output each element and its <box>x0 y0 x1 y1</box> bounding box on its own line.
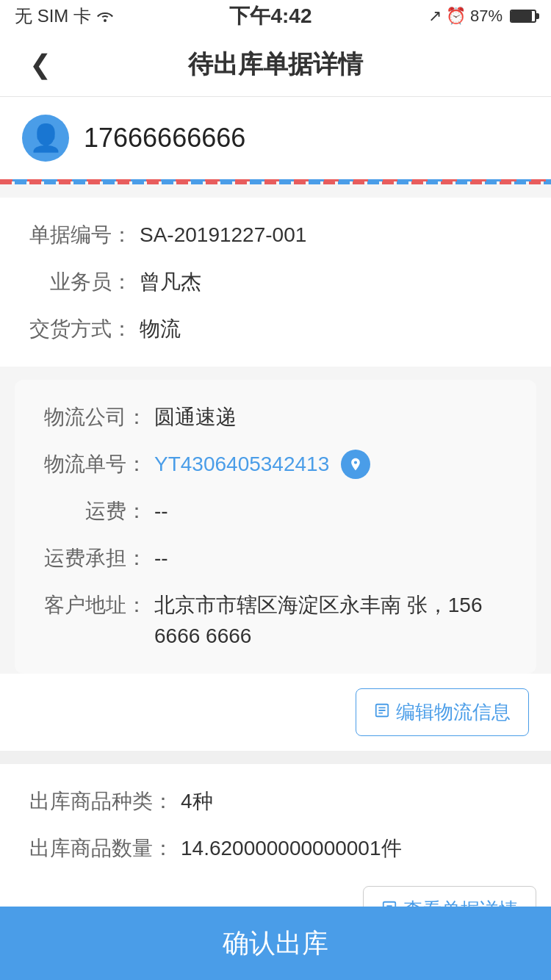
section-divider <box>0 751 551 764</box>
status-bar: 无 SIM 卡 下午4:42 ↗ ⏰ 87% <box>0 0 551 32</box>
document-number-row: 单据编号： SA-20191227-001 <box>29 220 522 251</box>
dashed-divider <box>0 181 551 184</box>
confirm-button[interactable]: 确认出库 <box>0 907 551 980</box>
alarm-icon: ⏰ <box>446 7 466 26</box>
confirm-label: 确认出库 <box>223 928 328 958</box>
logistics-company-value: 圆通速递 <box>154 402 507 433</box>
salesman-row: 业务员： 曾凡杰 <box>29 267 522 298</box>
goods-type-row: 出库商品种类： 4种 <box>29 786 522 817</box>
goods-section: 出库商品种类： 4种 出库商品数量： 14.620000000000001件 <box>0 764 551 886</box>
freight-bear-row: 运费承担： -- <box>44 543 507 574</box>
location-icon: ↗ <box>428 7 442 26</box>
battery-icon <box>510 10 536 23</box>
page-title: 待出库单据详情 <box>188 48 363 82</box>
document-number-value: SA-20191227-001 <box>140 220 522 251</box>
address-value: 北京市市辖区海淀区永丰南 张，156 6666 6666 <box>154 590 507 652</box>
edit-icon <box>374 701 390 724</box>
goods-quantity-value: 14.620000000000001件 <box>181 833 522 864</box>
delivery-row: 交货方式： 物流 <box>29 314 522 345</box>
nav-bar: ❮ 待出库单据详情 <box>0 32 551 97</box>
freight-bear-value: -- <box>154 543 507 574</box>
avatar-icon: 👤 <box>29 123 62 154</box>
goods-quantity-label: 出库商品数量： <box>29 833 173 864</box>
back-button[interactable]: ❮ <box>22 42 59 87</box>
salesman-label: 业务员： <box>29 267 132 298</box>
goods-type-label: 出库商品种类： <box>29 786 173 817</box>
logistics-tracking-label: 物流单号： <box>44 449 147 480</box>
logistics-company-row: 物流公司： 圆通速递 <box>44 402 507 433</box>
status-right: ↗ ⏰ 87% <box>428 7 536 26</box>
carrier-label: 无 SIM 卡 <box>15 4 91 28</box>
logistics-company-label: 物流公司： <box>44 402 147 433</box>
logistics-tracking-value: YT4306405342413 <box>154 449 329 480</box>
salesman-value: 曾凡杰 <box>140 267 522 298</box>
freight-bear-label: 运费承担： <box>44 543 147 574</box>
address-row: 客户地址： 北京市市辖区海淀区永丰南 张，156 6666 6666 <box>44 590 507 652</box>
tracking-value-container: YT4306405342413 <box>147 449 370 480</box>
customer-header: 👤 17666666666 <box>0 97 551 181</box>
customer-phone: 17666666666 <box>84 123 245 154</box>
wifi-icon <box>97 6 113 26</box>
goods-quantity-row: 出库商品数量： 14.620000000000001件 <box>29 833 522 864</box>
goods-type-value: 4种 <box>181 786 522 817</box>
freight-row: 运费： -- <box>44 496 507 527</box>
logistics-tracking-row: 物流单号： YT4306405342413 <box>44 449 507 480</box>
document-info-section: 单据编号： SA-20191227-001 业务员： 曾凡杰 交货方式： 物流 <box>0 198 551 367</box>
delivery-label: 交货方式： <box>29 314 132 345</box>
status-left: 无 SIM 卡 <box>15 4 113 28</box>
edit-logistics-button[interactable]: 编辑物流信息 <box>356 688 529 736</box>
track-location-button[interactable] <box>341 450 370 479</box>
address-label: 客户地址： <box>44 590 147 621</box>
freight-value: -- <box>154 496 507 527</box>
edit-logistics-label: 编辑物流信息 <box>396 699 511 725</box>
logistics-card: 物流公司： 圆通速递 物流单号： YT4306405342413 运费： -- … <box>15 380 536 674</box>
avatar: 👤 <box>22 115 69 162</box>
freight-label: 运费： <box>44 496 147 527</box>
document-number-label: 单据编号： <box>29 220 132 251</box>
status-time: 下午4:42 <box>229 2 311 30</box>
delivery-value: 物流 <box>140 314 522 345</box>
edit-logistics-row: 编辑物流信息 <box>0 674 551 751</box>
battery-percent: 87% <box>470 7 503 26</box>
